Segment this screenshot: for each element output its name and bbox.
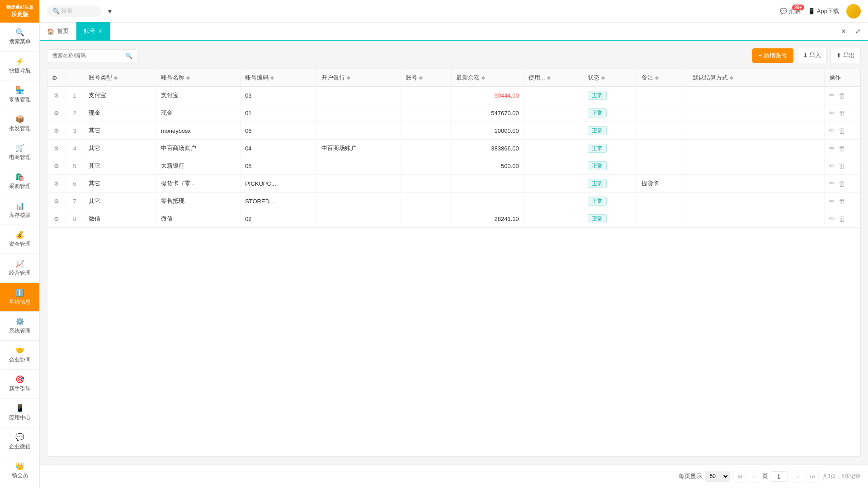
search-input[interactable] (52, 52, 123, 59)
page-label: 页 (762, 472, 768, 480)
export-button[interactable]: ⬆ 导出 (830, 48, 861, 63)
sidebar-item-ecommerce-mgmt[interactable]: 🛒 电商管理 (0, 138, 39, 167)
sidebar-item-label: 库存核算 (2, 211, 38, 219)
cell-config[interactable]: ⚙ (47, 140, 66, 157)
col-code[interactable]: 账号编码 (241, 69, 317, 87)
edit-button[interactable]: ✏ (829, 215, 835, 223)
cell-config[interactable]: ⚙ (47, 192, 66, 210)
cell-usage (524, 140, 583, 157)
delete-button[interactable]: 🗑 (839, 180, 845, 188)
search-box[interactable]: 🔍 (47, 49, 137, 62)
sidebar-item-app-center[interactable]: 📱 应用中心 (0, 399, 39, 427)
sidebar-item-operations-mgmt[interactable]: 📈 经营管理 (0, 254, 39, 283)
app-download-label: App下载 (817, 7, 839, 15)
sidebar-item-quick-nav[interactable]: ⚡ 快捷导航 (0, 52, 39, 80)
delete-button[interactable]: 🗑 (839, 145, 845, 152)
page-nav: ⏮ ‹ 页 › ⏭ (733, 470, 819, 483)
quick-nav-icon: ⚡ (2, 57, 38, 66)
user-avatar[interactable] (846, 4, 861, 19)
edit-button[interactable]: ✏ (829, 144, 835, 152)
sidebar-item-label: 快捷导航 (2, 67, 38, 75)
cell-balance: 28241.10 (451, 210, 524, 228)
tab-account-label: 账号 (84, 27, 95, 35)
col-remark[interactable]: 备注 (637, 69, 688, 87)
sidebar-item-label: 系统管理 (2, 327, 38, 335)
col-usage[interactable]: 使用... (524, 69, 583, 87)
edit-button[interactable]: ✏ (829, 109, 835, 117)
cell-config[interactable]: ⚙ (47, 175, 66, 192)
cell-type: 微信 (84, 210, 156, 228)
tab-account[interactable]: 账号 ✕ (76, 22, 110, 40)
tab-expand-btn[interactable]: ⤢ (852, 25, 864, 38)
import-button[interactable]: ⬇ 导入 (797, 48, 827, 63)
cell-config[interactable]: ⚙ (47, 104, 66, 122)
sidebar-item-system-mgmt[interactable]: ⚙️ 系统管理 (0, 312, 39, 341)
sidebar-item-enterprise-wechat[interactable]: 💬 企业微信 (0, 427, 39, 456)
edit-button[interactable]: ✏ (829, 162, 835, 170)
col-account[interactable]: 账号 (401, 69, 451, 87)
cell-name: 现金 (156, 104, 241, 122)
cell-num: 7 (66, 192, 84, 210)
cell-bank (316, 157, 401, 175)
cell-config[interactable]: ⚙ (47, 210, 66, 228)
total-info: 共1页，8条记录 (822, 473, 861, 480)
delete-button[interactable]: 🗑 (839, 215, 845, 223)
cell-account (401, 192, 451, 210)
tab-close-btn[interactable]: ✕ (837, 25, 850, 38)
delete-button[interactable]: 🗑 (839, 162, 845, 170)
cell-code: 02 (241, 210, 317, 228)
delete-button[interactable]: 🗑 (839, 92, 845, 99)
tab-home[interactable]: 🏠 首页 (40, 22, 76, 40)
edit-button[interactable]: ✏ (829, 197, 835, 205)
top-search-box[interactable]: 🔍 搜索 (47, 5, 101, 17)
cell-remark (637, 192, 688, 210)
cell-remark (637, 157, 688, 175)
col-name[interactable]: 账号名称 (156, 69, 241, 87)
col-type[interactable]: 账号类型 (84, 69, 156, 87)
first-page-button[interactable]: ⏮ (733, 470, 746, 483)
cell-config[interactable]: ⚙ (47, 157, 66, 175)
app-icon: 📱 (808, 8, 815, 14)
sidebar-item-search-menu[interactable]: 🔍 搜索菜单 (0, 23, 39, 52)
delete-button[interactable]: 🗑 (839, 127, 845, 135)
prev-page-button[interactable]: ‹ (748, 470, 760, 483)
cell-config[interactable]: ⚙ (47, 87, 66, 104)
add-account-button[interactable]: + 新增账号 (752, 48, 793, 63)
cell-config[interactable]: ⚙ (47, 122, 66, 140)
col-balance[interactable]: 最新余额 (451, 69, 524, 87)
sidebar-item-retail-mgmt[interactable]: 🏪 零售管理 (0, 80, 39, 109)
page-number-input[interactable] (770, 471, 788, 482)
sidebar-item-newcomer-guide[interactable]: 🎯 新手引导 (0, 370, 39, 399)
sidebar-item-label: 搜索菜单 (2, 38, 38, 46)
col-payment[interactable]: 默认结算方式 (688, 69, 824, 87)
cell-payment (688, 140, 824, 157)
sidebar-item-member[interactable]: 👑 畅会员 (0, 456, 39, 485)
message-button[interactable]: 💬 消息 99+ (780, 7, 801, 15)
sidebar-item-basic-info[interactable]: ℹ️ 基础信息 (0, 283, 39, 312)
nav-dropdown[interactable]: ▼ (107, 8, 113, 15)
col-config[interactable]: ⚙ (47, 69, 66, 87)
next-page-button[interactable]: › (792, 470, 804, 483)
tab-account-close[interactable]: ✕ (98, 28, 103, 34)
col-status[interactable]: 状态 (583, 69, 637, 87)
edit-button[interactable]: ✏ (829, 91, 835, 99)
col-bank[interactable]: 开户银行 (316, 69, 401, 87)
last-page-button[interactable]: ⏭ (806, 470, 819, 483)
edit-button[interactable]: ✏ (829, 127, 835, 135)
cell-name: 支付宝 (156, 87, 241, 104)
app-download-button[interactable]: 📱 App下载 (808, 7, 839, 15)
toolbar-right: + 新增账号 ⬇ 导入 ⬆ 导出 (752, 48, 861, 63)
delete-button[interactable]: 🗑 (839, 109, 845, 117)
sidebar-item-enterprise-agreement[interactable]: 🤝 企业协同 (0, 341, 39, 370)
sidebar-item-wholesale-mgmt[interactable]: 📦 批发管理 (0, 109, 39, 138)
per-page-select[interactable]: 50 10 20 100 (705, 471, 730, 482)
sort-balance-icon (481, 76, 485, 80)
sidebar-item-inventory-calc[interactable]: 📊 库存核算 (0, 196, 39, 225)
sidebar-item-finance-mgmt[interactable]: 💰 资金管理 (0, 225, 39, 254)
enterprise-wechat-icon: 💬 (2, 433, 38, 441)
delete-button[interactable]: 🗑 (839, 197, 845, 205)
sidebar-item-purchase-mgmt[interactable]: 🛍️ 采购管理 (0, 167, 39, 196)
cell-payment (688, 87, 824, 104)
cell-name: 中百商场账户 (156, 140, 241, 157)
edit-button[interactable]: ✏ (829, 179, 835, 188)
